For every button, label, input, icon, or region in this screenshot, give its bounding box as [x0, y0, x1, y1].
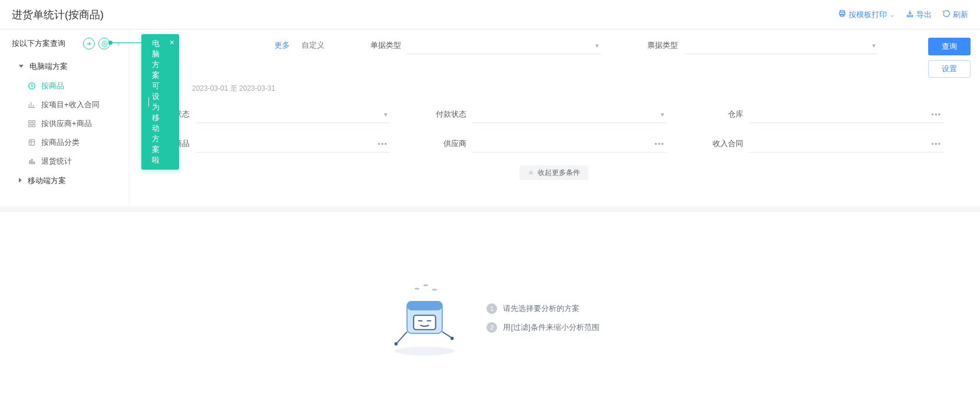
caret-right-icon [19, 178, 22, 183]
supplier-label: 供应商 [413, 136, 466, 149]
svg-rect-6 [29, 121, 31, 123]
svg-rect-22 [415, 288, 419, 290]
sidebar-item-label: 退货统计 [41, 156, 72, 167]
sidebar: 按以下方案查询 ＋ « 电脑方案可设为移动方案啦 × 电 [0, 29, 130, 206]
tooltip-close-button[interactable]: × [170, 38, 174, 47]
chevron-down-icon [889, 12, 895, 18]
grid-icon [27, 119, 37, 128]
invoice-type-select[interactable]: ▾ [684, 38, 878, 54]
svg-rect-2 [840, 14, 844, 16]
header-actions: 按模板打印 导出 刷新 [838, 9, 968, 20]
supplier-picker[interactable]: ••• [472, 136, 667, 153]
bill-status-select[interactable]: ▾ [196, 107, 390, 123]
chevron-down-icon: ▾ [595, 42, 599, 49]
svg-rect-17 [414, 315, 436, 329]
sidebar-item-by-product[interactable]: 按商品 [24, 77, 124, 95]
sidebar-item-by-supplier-product[interactable]: 按供应商+商品 [24, 114, 124, 133]
tree-group-desktop[interactable]: 电脑端方案 [11, 57, 124, 77]
empty-state: 1 请先选择要分析的方案 2 用[过滤]条件来缩小分析范围 [0, 212, 980, 394]
more-icon: ••• [378, 140, 388, 148]
collapse-conditions-button[interactable]: 收起更多条件 [519, 165, 588, 180]
invoice-type-label: 票据类型 [625, 38, 678, 51]
refresh-icon [942, 9, 951, 19]
filter-panel: 更多 自定义 单据类型 ▾ 票据类型 [130, 29, 980, 206]
step-text: 用[过滤]条件来缩小分析范围 [503, 322, 599, 333]
sidebar-item-label: 按商品分类 [41, 137, 80, 148]
chart-icon [27, 100, 37, 110]
empty-state-illustration [380, 277, 469, 359]
bars-icon [27, 157, 37, 166]
svg-rect-7 [32, 121, 35, 123]
svg-rect-3 [907, 15, 912, 16]
export-button[interactable]: 导出 [906, 9, 932, 20]
empty-step-2: 2 用[过滤]条件来缩小分析范围 [486, 322, 599, 333]
svg-rect-10 [29, 140, 34, 145]
svg-rect-24 [432, 289, 436, 291]
pay-status-label: 付款状态 [413, 107, 466, 120]
svg-point-14 [395, 347, 455, 356]
page-header: 进货单统计(按商品) 按模板打印 导出 [0, 0, 980, 29]
more-icon: ••• [654, 140, 664, 148]
tooltip-text: 电脑方案可设为移动方案啦 [152, 38, 161, 165]
svg-point-20 [395, 342, 398, 346]
add-plan-button[interactable]: ＋ [83, 38, 95, 49]
refresh-button[interactable]: 刷新 [942, 9, 968, 20]
income-contract-picker[interactable]: ••• [749, 136, 943, 153]
sidebar-collapse-button[interactable]: « [114, 39, 123, 48]
sidebar-item-label: 按项目+收入合同 [41, 100, 100, 110]
sidebar-item-by-project-contract[interactable]: 按项目+收入合同 [24, 95, 124, 114]
svg-rect-12 [31, 160, 32, 164]
sidebar-title: 按以下方案查询 [12, 38, 65, 49]
category-icon [27, 138, 37, 147]
printer-icon [838, 9, 846, 19]
svg-rect-23 [424, 284, 428, 286]
product-picker[interactable]: ••• [196, 136, 390, 153]
settings-button[interactable]: 设置 [928, 60, 971, 78]
date-custom-tag[interactable]: 自定义 [302, 40, 325, 51]
clock-icon [27, 81, 37, 91]
bill-type-label: 单据类型 [348, 38, 401, 51]
svg-point-21 [451, 337, 454, 340]
query-button[interactable]: 查询 [928, 38, 971, 55]
svg-rect-13 [34, 162, 35, 164]
sidebar-item-return-stats[interactable]: 退货统计 [24, 152, 124, 171]
svg-point-4 [104, 43, 105, 45]
tree-group-mobile[interactable]: 移动端方案 [11, 171, 124, 191]
bill-type-select[interactable]: ▾ [407, 38, 601, 54]
sidebar-item-label: 按供应商+商品 [41, 118, 92, 129]
more-icon: ••• [931, 110, 941, 119]
double-chevron-up-icon [528, 169, 534, 177]
step-number-badge: 1 [486, 303, 497, 314]
sidebar-item-label: 按商品 [41, 81, 64, 91]
step-number-badge: 2 [486, 322, 497, 333]
sidebar-item-by-product-category[interactable]: 按商品分类 [24, 133, 124, 152]
more-icon: ••• [931, 140, 941, 148]
date-more-link[interactable]: 更多 [274, 40, 290, 51]
chevron-down-icon: ▾ [384, 111, 388, 118]
warehouse-picker[interactable]: ••• [749, 107, 943, 123]
chevron-down-icon: ▾ [872, 42, 876, 49]
svg-rect-8 [29, 124, 31, 127]
svg-rect-16 [408, 302, 443, 310]
caret-down-icon [19, 65, 24, 68]
svg-rect-9 [32, 124, 35, 127]
step-text: 请先选择要分析的方案 [503, 303, 580, 314]
svg-rect-11 [29, 161, 31, 164]
chevron-down-icon: ▾ [661, 111, 664, 118]
warehouse-label: 仓库 [690, 107, 743, 120]
empty-step-1: 1 请先选择要分析的方案 [486, 303, 599, 314]
tooltip-popover: 电脑方案可设为移动方案啦 × [141, 34, 179, 170]
date-range-display: 2023-03-01 至 2023-03-31 [192, 84, 971, 94]
page-title: 进货单统计(按商品) [12, 8, 104, 22]
income-contract-label: 收入合同 [690, 136, 743, 149]
pay-status-select[interactable]: ▾ [472, 107, 667, 123]
plan-tree: 电脑端方案 按商品 按项目+收入合同 [0, 57, 129, 191]
print-template-button[interactable]: 按模板打印 [838, 9, 895, 20]
export-icon [906, 9, 914, 19]
